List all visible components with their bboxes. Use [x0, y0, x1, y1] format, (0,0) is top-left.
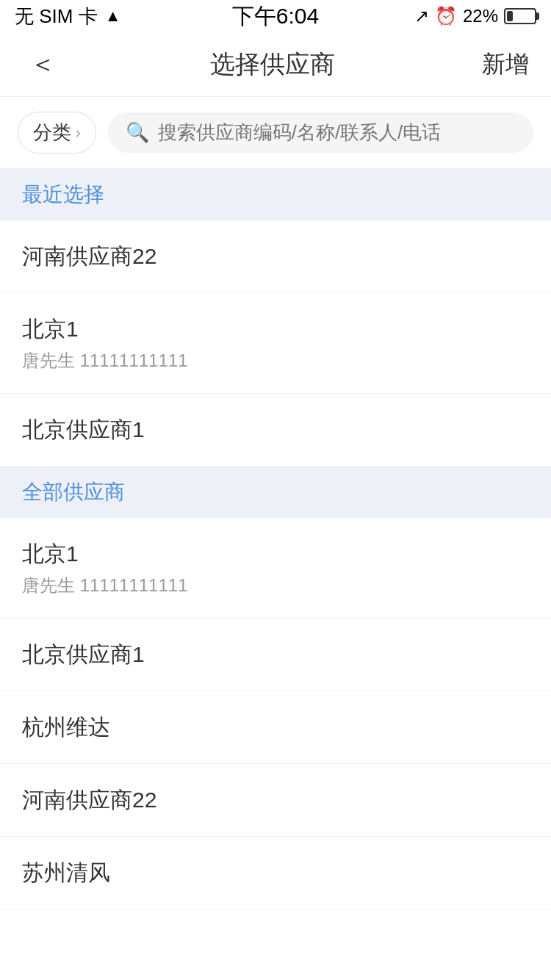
all-section-title: 全部供应商: [22, 480, 125, 503]
filter-bar: 分类 › 🔍: [0, 97, 551, 169]
item-name: 北京1: [22, 314, 529, 345]
category-label: 分类: [33, 120, 71, 145]
search-input[interactable]: [158, 121, 516, 144]
list-item[interactable]: 河南供应商22: [0, 764, 551, 837]
list-item[interactable]: 河南供应商22: [0, 220, 551, 293]
recent-section-header: 最近选择: [0, 169, 551, 220]
all-section-header: 全部供应商: [0, 466, 551, 518]
recent-section-title: 最近选择: [22, 183, 104, 206]
item-name: 北京供应商1: [22, 639, 529, 670]
category-filter-button[interactable]: 分类 ›: [18, 112, 96, 154]
item-name: 杭州维达: [22, 712, 529, 743]
list-item[interactable]: 杭州维达: [0, 691, 551, 764]
battery-fill: [507, 11, 513, 21]
search-box[interactable]: 🔍: [108, 112, 533, 153]
list-item[interactable]: 北京供应商1: [0, 394, 551, 466]
all-list: 北京1唐先生 11111111111北京供应商1杭州维达河南供应商22苏州清风: [0, 518, 551, 909]
battery-bar: [504, 8, 536, 24]
alarm-icon: ⏰: [435, 6, 457, 26]
carrier-label: 无 SIM 卡: [15, 4, 98, 29]
list-item[interactable]: 北京供应商1: [0, 619, 551, 691]
status-right: ↗ ⏰ 22%: [414, 6, 536, 26]
recent-list: 河南供应商22北京1唐先生 11111111111北京供应商1: [0, 220, 551, 466]
battery-percent: 22%: [463, 6, 498, 26]
status-time: 下午6:04: [232, 1, 319, 32]
item-sub: 唐先生 11111111111: [22, 574, 529, 597]
item-name: 北京供应商1: [22, 414, 529, 445]
back-button[interactable]: ＜: [22, 39, 63, 90]
item-name: 苏州清风: [22, 857, 529, 888]
add-button[interactable]: 新增: [482, 48, 529, 81]
item-name: 河南供应商22: [22, 785, 529, 815]
wifi-icon: ▲: [105, 7, 121, 26]
nav-bar: ＜ 选择供应商 新增: [0, 32, 551, 97]
item-name: 北京1: [22, 538, 529, 569]
chevron-right-icon: ›: [76, 124, 81, 141]
status-bar: 无 SIM 卡 ▲ 下午6:04 ↗ ⏰ 22%: [0, 0, 551, 32]
location-icon: ↗: [414, 6, 429, 26]
list-item[interactable]: 苏州清风: [0, 837, 551, 909]
item-sub: 唐先生 11111111111: [22, 349, 529, 372]
status-left: 无 SIM 卡 ▲: [15, 4, 120, 29]
page-title: 选择供应商: [210, 48, 335, 82]
search-icon: 🔍: [126, 121, 149, 144]
list-item[interactable]: 北京1唐先生 11111111111: [0, 518, 551, 619]
list-item[interactable]: 北京1唐先生 11111111111: [0, 293, 551, 394]
item-name: 河南供应商22: [22, 241, 529, 272]
